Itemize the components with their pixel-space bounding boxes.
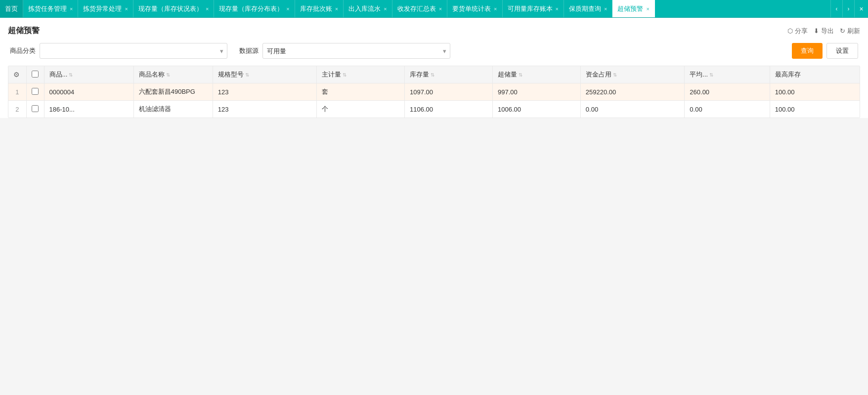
nav-tab-batch-account-close[interactable]: ×: [335, 6, 338, 12]
nav-tab-available-account-close[interactable]: ×: [556, 6, 559, 12]
datasource-select-wrapper: 可用量 ▾: [262, 43, 450, 59]
select-all-checkbox[interactable]: [32, 71, 39, 78]
th-checkbox: [26, 66, 44, 83]
share-icon: ⬡: [787, 27, 793, 35]
nav-tab-quality-check[interactable]: 保质期查询 ×: [564, 0, 612, 18]
share-button[interactable]: ⬡ 分享: [787, 27, 808, 36]
datasource-label: 数据源: [239, 46, 259, 55]
nav-tab-home[interactable]: 首页: [0, 0, 23, 18]
category-select[interactable]: [40, 43, 227, 59]
row-capital-0: 259220.00: [580, 83, 684, 101]
row-max-stock-0: 100.00: [770, 83, 860, 101]
top-nav: 首页 拣货任务管理 × 拣货异常处理 × 现存量（库存状况表） × 现存量（库存…: [0, 0, 868, 18]
nav-arrow-left[interactable]: ‹: [830, 0, 842, 18]
row-num-0: 1: [8, 83, 26, 101]
nav-tab-order-stats-close[interactable]: ×: [494, 6, 497, 12]
sort-inventory-icon[interactable]: ⇅: [431, 72, 434, 78]
nav-tab-available-account[interactable]: 可用量库存账本 ×: [503, 0, 564, 18]
datasource-filter: 数据源 可用量 ▾: [239, 43, 450, 59]
th-product-name-label: 商品名称: [139, 70, 165, 79]
data-table: ⚙ 商品... ⇅ 商品名称 ⇅: [8, 66, 860, 118]
nav-tab-inventory-status[interactable]: 现存量（库存状况表） ×: [133, 0, 214, 18]
th-overstock: 超储量 ⇅: [492, 66, 580, 83]
row-inventory-1: 1106.00: [405, 101, 493, 118]
nav-tab-collect-summary-label: 收发存汇总表: [397, 4, 436, 13]
refresh-icon: ↻: [840, 27, 845, 35]
row-checkbox-1[interactable]: [32, 105, 39, 112]
export-label: 导出: [821, 27, 834, 36]
nav-tab-overstock-warning-close[interactable]: ×: [646, 6, 649, 12]
nav-tab-inventory-dist[interactable]: 现存量（库存分布表） ×: [214, 0, 295, 18]
row-avg-1: 0.00: [685, 101, 770, 118]
page-header: 超储预警 ⬡ 分享 ⬇ 导出 ↻ 刷新: [8, 26, 860, 36]
th-product-code-label: 商品...: [49, 70, 68, 79]
th-avg: 平均... ⇅: [685, 66, 770, 83]
nav-tab-abnormal[interactable]: 拣货异常处理 ×: [78, 0, 133, 18]
sort-avg-icon[interactable]: ⇅: [709, 72, 713, 78]
row-product-name-0: 六配套新昌490BPG: [133, 83, 213, 101]
row-checkbox-0[interactable]: [32, 88, 39, 95]
category-select-wrapper: ▾: [40, 43, 227, 59]
nav-arrow-right[interactable]: ›: [842, 0, 854, 18]
th-product-name: 商品名称 ⇅: [133, 66, 213, 83]
nav-close-all[interactable]: ×: [854, 0, 868, 18]
nav-tab-order-stats-label: 要货单统计表: [452, 4, 491, 13]
query-button[interactable]: 查询: [792, 43, 823, 59]
nav-tab-inventory-status-close[interactable]: ×: [206, 6, 209, 12]
datasource-select[interactable]: 可用量: [262, 43, 450, 59]
category-filter: 商品分类 ▾: [10, 43, 227, 59]
row-unit-1: 个: [317, 101, 405, 118]
sort-spec-icon[interactable]: ⇅: [245, 72, 249, 78]
row-max-stock-1: 100.00: [770, 101, 860, 118]
nav-tab-collect-summary[interactable]: 收发存汇总表 ×: [392, 0, 447, 18]
nav-tab-task-mgmt-close[interactable]: ×: [70, 6, 73, 12]
nav-tab-inout-flow-close[interactable]: ×: [384, 6, 387, 12]
sort-unit-icon[interactable]: ⇅: [343, 72, 347, 78]
row-overstock-0: 997.00: [492, 83, 580, 101]
row-product-name-1: 机油滤清器: [133, 101, 213, 118]
header-actions: ⬡ 分享 ⬇ 导出 ↻ 刷新: [787, 27, 860, 36]
row-checkbox-cell-1: [26, 101, 44, 118]
nav-tab-order-stats[interactable]: 要货单统计表 ×: [447, 0, 502, 18]
nav-tab-inventory-dist-close[interactable]: ×: [286, 6, 289, 12]
table-row: 2 186-10... 机油滤清器 123 个 1106.00 1006.00 …: [8, 101, 860, 118]
table-row: 1 0000004 六配套新昌490BPG 123 套 1097.00 997.…: [8, 83, 860, 101]
row-overstock-1: 1006.00: [492, 101, 580, 118]
sort-capital-icon[interactable]: ⇅: [613, 72, 617, 78]
th-settings: ⚙: [8, 66, 26, 83]
nav-tab-collect-summary-close[interactable]: ×: [439, 6, 442, 12]
nav-tab-overstock-warning-label: 超储预警: [617, 4, 643, 13]
nav-tab-inout-flow[interactable]: 出入库流水 ×: [344, 0, 392, 18]
row-unit-0: 套: [317, 83, 405, 101]
nav-tab-task-mgmt[interactable]: 拣货任务管理 ×: [23, 0, 78, 18]
settings-button[interactable]: 设置: [826, 43, 858, 59]
table-header-row: ⚙ 商品... ⇅ 商品名称 ⇅: [8, 66, 860, 83]
nav-tab-inventory-dist-label: 现存量（库存分布表）: [219, 4, 283, 13]
nav-tab-inout-flow-label: 出入库流水: [348, 4, 381, 13]
settings-icon[interactable]: ⚙: [13, 71, 20, 79]
row-product-code-1: 186-10...: [44, 101, 133, 118]
refresh-button[interactable]: ↻ 刷新: [840, 27, 860, 36]
th-unit: 主计量 ⇅: [317, 66, 405, 83]
th-overstock-label: 超储量: [498, 70, 517, 79]
sort-product-code-icon[interactable]: ⇅: [69, 72, 73, 78]
th-spec: 规格型号 ⇅: [213, 66, 316, 83]
nav-tab-overstock-warning[interactable]: 超储预警 ×: [612, 0, 654, 18]
page-content: 超储预警 ⬡ 分享 ⬇ 导出 ↻ 刷新 商品分类 ▾: [0, 18, 868, 118]
nav-tab-batch-account[interactable]: 库存批次账 ×: [295, 0, 344, 18]
sort-overstock-icon[interactable]: ⇅: [519, 72, 522, 78]
row-num-1: 2: [8, 101, 26, 118]
share-label: 分享: [795, 27, 808, 36]
row-spec-0: 123: [213, 83, 316, 101]
th-spec-label: 规格型号: [218, 70, 244, 79]
page-title: 超储预警: [8, 26, 40, 36]
sort-product-name-icon[interactable]: ⇅: [166, 72, 170, 78]
th-max-stock-label: 最高库存: [775, 71, 801, 78]
nav-tab-quality-check-close[interactable]: ×: [604, 6, 607, 12]
filter-row: 商品分类 ▾ 数据源 可用量 ▾ 查询 设置: [8, 43, 860, 59]
nav-tab-abnormal-close[interactable]: ×: [125, 6, 128, 12]
table-wrapper: ⚙ 商品... ⇅ 商品名称 ⇅: [8, 66, 860, 118]
export-button[interactable]: ⬇ 导出: [814, 27, 834, 36]
refresh-label: 刷新: [847, 27, 860, 36]
nav-tab-available-account-label: 可用量库存账本: [508, 4, 553, 13]
